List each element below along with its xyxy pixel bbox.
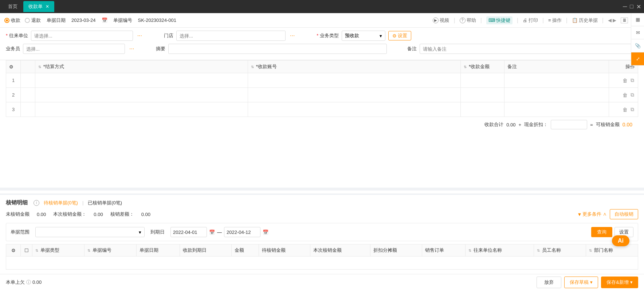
row-2-amount[interactable] <box>461 88 504 102</box>
cash-discount-input[interactable] <box>551 120 587 129</box>
footer-bar: 本单上欠 ⓘ 0.00 放弃 保存草稿 ▾ 保存&新增 ▾ <box>0 274 644 290</box>
business-type-select[interactable]: 预收款 ▾ <box>342 31 385 41</box>
radio-refund-label: 退款 <box>31 17 41 24</box>
row-1-copy-btn[interactable]: ⧉ <box>630 77 635 84</box>
table-row: 1 🗑 ⧉ <box>6 73 638 88</box>
business-type-value: 预收款 <box>345 32 359 39</box>
remarks-input[interactable] <box>420 44 638 54</box>
close-window-icon[interactable]: ✕ <box>636 3 641 10</box>
range-select[interactable]: ▾ <box>35 227 145 237</box>
abandon-button[interactable]: 放弃 <box>537 277 561 288</box>
sidebar-paperclip-icon[interactable]: 📎 <box>631 39 644 52</box>
video-btn[interactable]: ▶ 视频 <box>433 17 449 24</box>
row-2-settlement[interactable] <box>35 88 248 102</box>
bottom-col-checkbox[interactable]: ☐ <box>21 244 32 256</box>
cash-discount-label: 现金折扣： <box>524 121 548 128</box>
range-dropdown-icon: ▾ <box>139 230 141 235</box>
col-amount-header: ⇅ *收款金额 <box>461 60 504 73</box>
row-1-settlement[interactable] <box>35 73 248 88</box>
prev-icon[interactable]: ◀ <box>608 17 612 23</box>
row-2-account[interactable] <box>248 88 461 102</box>
row-3-remark[interactable] <box>504 102 609 117</box>
toolbar-right: ▶ 视频 | ? 帮助 | ⌨ 快捷键 | 🖨 打印 | ≡ 操作 <box>433 16 640 24</box>
next-icon[interactable]: ▶ <box>613 17 616 23</box>
col-account-header: ⇅ *收款账号 <box>248 60 461 73</box>
more-conditions-btn[interactable]: ▼ 更多条件 ∧ <box>577 211 607 218</box>
verify-info-icon[interactable]: i <box>34 200 39 206</box>
ai-badge[interactable]: Ai <box>612 235 629 246</box>
verifiable-value: 0.00 <box>623 122 632 128</box>
row-2-remark[interactable] <box>504 88 609 102</box>
sidebar-table-icon[interactable]: ▦ <box>631 13 644 26</box>
store-label: 门店 <box>164 32 173 39</box>
auto-verify-button[interactable]: 自动核销 <box>610 209 638 219</box>
bottom-col-duedate: 收款到期日 <box>180 244 232 256</box>
save-new-button[interactable]: 保存&新增 ▾ <box>601 277 638 288</box>
summary-row: 收款合计 0.00 + 现金折扣： = 可核销金额 0.00 <box>6 117 638 132</box>
summary-input[interactable] <box>168 44 387 54</box>
range-label: 单据范围 <box>11 229 30 235</box>
close-tab-icon[interactable]: ✕ <box>46 4 49 9</box>
calendar-to-icon[interactable]: 📅 <box>263 230 268 235</box>
gear-icon: ⚙ <box>392 33 397 39</box>
counterpart-more-btn[interactable]: ··· <box>136 32 144 39</box>
row-3-settlement[interactable] <box>35 102 248 117</box>
row-1-num: 1 <box>6 73 21 88</box>
layout-icons: ◀ ▶ <box>608 17 616 23</box>
save-draft-dropdown-icon[interactable]: ▾ <box>590 279 593 285</box>
help-btn[interactable]: ? 帮助 <box>460 17 476 24</box>
store-more-btn[interactable]: ··· <box>288 32 296 39</box>
store-input[interactable] <box>176 31 286 41</box>
col-rownum-header <box>21 60 35 73</box>
calendar-icon[interactable]: 📅 <box>102 17 107 23</box>
col-settlement-header: ⇅ *结算方式 <box>35 60 248 73</box>
row-2-copy-btn[interactable]: ⧉ <box>630 91 635 99</box>
operations-btn[interactable]: ≡ 操作 <box>548 17 562 24</box>
settings-button[interactable]: ⚙ 设置 <box>388 31 411 40</box>
this-order-info-icon[interactable]: ⓘ <box>26 279 31 286</box>
row-2-delete-btn[interactable]: 🗑 <box>622 91 628 99</box>
print-btn[interactable]: 🖨 打印 <box>523 17 538 24</box>
row-3-delete-btn[interactable]: 🗑 <box>622 106 628 113</box>
save-new-dropdown-icon[interactable]: ▾ <box>630 279 633 285</box>
quickkey-btn[interactable]: ⌨ 快捷键 <box>486 16 513 24</box>
verify-section: 核销明细 i 待核销单据(0笔) | 已核销单据(0笔) 未核销金额 0.00 … <box>0 193 644 274</box>
query-button[interactable]: 查询 <box>591 227 612 237</box>
current-verify-value: 0.00 <box>94 212 103 217</box>
date-to-input[interactable] <box>224 227 260 237</box>
this-order-label: 本单上欠 <box>6 279 25 286</box>
row-1-amount[interactable] <box>461 73 504 88</box>
list-layout-icon[interactable]: ☰ <box>621 17 628 23</box>
radio-collect[interactable]: 收款 <box>4 17 20 24</box>
save-draft-button[interactable]: 保存草稿 ▾ <box>564 277 598 288</box>
col-settings-header[interactable]: ⚙ <box>6 60 21 73</box>
bottom-col-discount: 折扣分摊额 <box>370 244 422 256</box>
sidebar-envelope-icon[interactable]: ✉ <box>631 26 644 39</box>
radio-refund[interactable]: 退款 <box>25 17 41 24</box>
bottom-table-empty-row <box>6 256 638 270</box>
minimize-icon[interactable]: ─ <box>623 3 627 10</box>
table-icon: ▦ <box>636 17 640 22</box>
history-btn[interactable]: 📋 历史单据 <box>572 17 598 24</box>
bottom-col-settings[interactable]: ⚙ <box>6 244 21 256</box>
calendar-from-icon[interactable]: 📅 <box>209 230 215 235</box>
tab-home[interactable]: 首页 <box>3 1 23 12</box>
pending-tab[interactable]: 待核销单据(0笔) <box>44 200 78 206</box>
sidebar-expand-icon[interactable]: ⤢ <box>631 52 644 66</box>
tab-receipt[interactable]: 收款单 ✕ <box>23 1 54 12</box>
row-3-amount[interactable] <box>461 102 504 117</box>
salesperson-more-btn[interactable]: ··· <box>128 46 136 52</box>
date-from-input[interactable] <box>170 227 207 237</box>
verified-tab[interactable]: 已核销单据(0笔) <box>88 200 122 206</box>
row-1-delete-btn[interactable]: 🗑 <box>622 77 628 84</box>
salesperson-input[interactable] <box>23 44 125 54</box>
bill-no-value: SK-20230324-001 <box>138 17 177 23</box>
print-label: 打印 <box>529 17 538 24</box>
form-row-1: 往来单位 ··· 门店 ··· 业务类型 预收款 ▾ ⚙ 设置 <box>6 31 638 41</box>
row-3-copy-btn[interactable]: ⧉ <box>630 106 635 113</box>
row-1-remark[interactable] <box>504 73 609 88</box>
row-1-account[interactable] <box>248 73 461 88</box>
maximize-icon[interactable]: □ <box>630 3 633 10</box>
counterpart-input[interactable] <box>31 31 133 41</box>
row-3-account[interactable] <box>248 102 461 117</box>
